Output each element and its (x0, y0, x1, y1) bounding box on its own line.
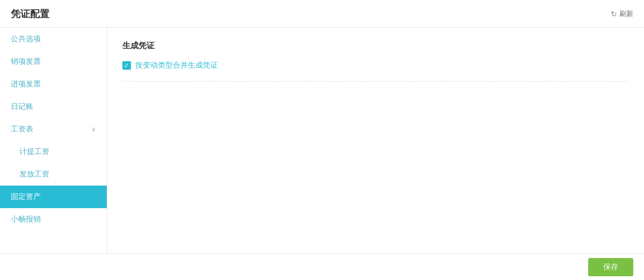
checkbox-row: ✓ 按变动类型合并生成凭证 (122, 61, 629, 70)
sidebar-item-label: 固定资产 (11, 192, 41, 202)
footer-bar: 保存 (0, 253, 644, 280)
save-button[interactable]: 保存 (588, 258, 633, 276)
sidebar-item-label: 日记账 (11, 102, 33, 112)
sidebar-item-sales-invoice[interactable]: 销项发票 (0, 50, 107, 73)
sidebar-item-label: 计提工资 (19, 147, 49, 157)
sidebar-item-journal[interactable]: 日记账 (0, 95, 107, 118)
page-title: 凭证配置 (11, 8, 49, 20)
sidebar-item-salary-payment[interactable]: 发放工资 (0, 163, 107, 186)
sidebar-item-label: 小畅报销 (11, 215, 41, 224)
section-divider (122, 81, 629, 82)
sidebar-item-payroll-table[interactable]: 工资表∨ (0, 118, 107, 141)
checkbox-label[interactable]: 按变动类型合并生成凭证 (135, 61, 218, 70)
sidebar-item-label: 发放工资 (19, 170, 49, 179)
sidebar-item-salary-accrual[interactable]: 计提工资 (0, 141, 107, 163)
refresh-label: 刷新 (619, 9, 633, 19)
sidebar-item-purchase-invoice[interactable]: 进项发票 (0, 73, 107, 95)
sidebar: 公共选项销项发票进项发票日记账工资表∨计提工资发放工资固定资产小畅报销 (0, 28, 107, 253)
main-content: 公共选项销项发票进项发票日记账工资表∨计提工资发放工资固定资产小畅报销 生成凭证… (0, 28, 644, 253)
page-wrapper: 凭证配置 ↻ 刷新 公共选项销项发票进项发票日记账工资表∨计提工资发放工资固定资… (0, 0, 644, 280)
refresh-button[interactable]: ↻ 刷新 (611, 9, 633, 19)
sidebar-item-public-options[interactable]: 公共选项 (0, 28, 107, 50)
sidebar-item-expense-claim[interactable]: 小畅报销 (0, 208, 107, 231)
checkmark-icon: ✓ (124, 62, 129, 69)
sidebar-item-label: 销项发票 (11, 57, 41, 67)
sidebar-item-label: 进项发票 (11, 79, 41, 89)
sidebar-item-label: 公共选项 (11, 34, 41, 44)
sidebar-item-fixed-assets[interactable]: 固定资产 (0, 186, 107, 208)
section-title: 生成凭证 (122, 41, 629, 51)
header: 凭证配置 ↻ 刷新 (0, 0, 644, 28)
sidebar-item-label: 工资表 (11, 124, 33, 134)
merge-by-type-checkbox[interactable]: ✓ (122, 61, 131, 70)
chevron-down-icon: ∨ (91, 126, 96, 133)
refresh-icon: ↻ (611, 10, 617, 18)
content-area: 生成凭证 ✓ 按变动类型合并生成凭证 (107, 28, 644, 253)
